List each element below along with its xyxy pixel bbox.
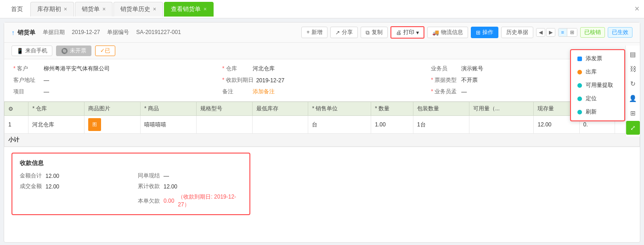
cumulative-label: 累计收款 [138,182,160,190]
add-note-button[interactable]: 添加备注 [253,88,275,96]
share-button[interactable]: ↗ 分享 [330,27,358,38]
staff-label: 业务员 [431,65,458,73]
tab-home[interactable]: 首页 [5,2,29,16]
sidebar-user-icon[interactable]: 👤 [626,91,640,105]
sidebar-link-icon[interactable]: ⛓ [626,62,640,76]
payment-date-value: 2019-12-27 [256,77,284,84]
sidebar-grid-icon[interactable]: ⊞ [626,106,640,120]
customer-value: 柳州粤港平安气体有限公司 [44,65,110,73]
col-quantity: * 数量 [371,102,413,116]
history-button[interactable]: 历史单据 [501,27,533,38]
amount-total-value: 12.00 [45,173,59,179]
note-field: 备注 添加备注 [222,88,422,96]
print-button[interactable]: 🖨 打印 ▾ [390,26,424,39]
row-min-stock [252,116,308,134]
confirm-button[interactable]: ✓已 [95,46,115,56]
from-phone-button[interactable]: 📱 来自手机 [11,46,52,56]
transaction-value: 12.00 [45,183,59,190]
refresh-icon [577,110,582,114]
subtotal-label: 小计 [5,134,640,147]
operate-button[interactable]: ⊞ 操作 [471,27,498,38]
address-label: 客户地址 [13,76,41,84]
customer-field: 客户 柳州粤港平安气体有限公司 [13,65,213,73]
cumulative-row: 累计收款 12.00 [138,182,242,190]
subtotal-row: 小计 [5,134,640,147]
list-view-button[interactable]: ≡ [559,28,567,36]
row-unit: 台 [308,116,371,134]
grid-view-button[interactable]: ⊞ [567,28,577,36]
new-button[interactable]: + 新增 [301,27,327,38]
window-close-button[interactable]: × [634,4,639,14]
row-warehouse: 河北仓库 [28,116,85,134]
warehouse-label: 仓库 [222,65,250,73]
add-invoice-icon [577,57,582,61]
close-tab-history[interactable]: × [153,6,156,12]
row-spec [196,116,252,134]
same-order-value: — [164,173,169,179]
col-min-stock: 最低库存 [252,102,308,116]
doc-type-icon: ↑ [11,29,15,36]
same-order-row: 同单现结 — [138,172,242,180]
prev-record-button[interactable]: ◀ [536,28,545,37]
due-row: 本单欠款 0.00 （收款到期日: 2019-12-27） [138,193,242,209]
payment-info-title: 收款信息 [20,159,242,167]
address-value: — [44,77,49,84]
tab-view-sales[interactable]: 查看销货单 × [164,2,214,17]
products-table: ⚙ * 仓库 商品图片 * 商品 规格型号 最低库存 * 销售单位 * 数量 包… [4,102,640,147]
table-row: 1 河北仓库 图 嘻嘻嘻嘻 台 1.00 1台 12.00 0. [5,116,640,134]
close-tab-view[interactable]: × [203,6,207,12]
col-warehouse: * 仓库 [28,102,85,116]
due-note: （收款到期日: 2019-12-27） [178,193,242,209]
close-tab-sales[interactable]: × [102,6,106,12]
ticket-type-label: 票据类型 [431,76,458,84]
payment-date-label: 收款到期日 [222,76,254,84]
dropdown-item-available-qty[interactable]: 可用量提取 [571,79,624,92]
staff2-label: 业务员孟 [431,88,458,96]
warehouse-value: 河北仓库 [253,65,275,73]
close-tab-inventory[interactable]: × [64,6,67,12]
logistics-button[interactable]: 🚚 物流信息 [427,27,468,38]
payment-date-field: 收款到期日 2019-12-27 [222,76,422,84]
transaction-label: 成交金额 [20,182,42,190]
due-label: 本单欠款 [138,197,160,205]
grid-icon: ⊞ [476,29,480,36]
tab-bar: 首页 库存期初 × 销货单 × 销货单历史 × 查看销货单 × × [0,0,644,18]
print-dropdown-arrow[interactable]: ▾ [416,29,419,36]
next-record-button[interactable]: ▶ [546,28,555,37]
dropdown-item-locate[interactable]: 定位 [571,92,624,105]
amount-total-label: 金额合计 [20,172,42,180]
sidebar-detail-icon[interactable]: ▤ [626,47,640,61]
not-open-button[interactable]: 🔘 未开票 [56,46,91,56]
col-available: 可用量（... [469,102,534,116]
product-image: 图 [88,118,101,131]
tab-sales-order[interactable]: 销货单 × [75,2,113,17]
sidebar-expand-icon[interactable]: ⤢ [626,121,640,135]
number-label: 单据编号 [107,29,129,35]
view-toggle: ≡ ⊞ [558,28,577,37]
col-product: * 商品 [141,102,197,116]
col-unit: * 销售单位 [308,102,371,116]
tab-inventory-init[interactable]: 库存期初 × [30,2,74,17]
row-product-img: 图 [85,116,141,134]
data-table-wrap: ⚙ * 仓库 商品图片 * 商品 规格型号 最低库存 * 销售单位 * 数量 包… [4,102,640,147]
dropdown-item-outbound[interactable]: 出库 [571,65,624,79]
col-settings[interactable]: ⚙ [5,102,28,116]
row-available [469,116,534,134]
available-qty-icon [577,83,582,88]
dropdown-item-add-invoice[interactable]: 添发票 [571,52,624,65]
payment-info-section: 收款信息 金额合计 12.00 同单现结 — 成交金额 12.00 累计收款 1… [11,153,250,215]
dropdown-item-refresh[interactable]: 刷新 [571,105,624,119]
address-field: 客户地址 — [13,76,213,84]
main-content-area: ↑ 销货单 单据日期 2019-12-27 单据编号 SA-20191227-0… [4,22,640,243]
doc-type-label: 销货单 [17,28,35,37]
ticket-icon: 🔘 [61,48,68,54]
document-header: ↑ 销货单 单据日期 2019-12-27 单据编号 SA-20191227-0… [4,23,640,43]
row-product: 嘻嘻嘻嘻 [141,116,197,134]
row-index: 1 [5,116,28,134]
copy-button[interactable]: ⧉ 复制 [361,27,388,38]
payment-grid: 金额合计 12.00 同单现结 — 成交金额 12.00 累计收款 12.00 … [20,172,242,209]
print-icon: 🖨 [396,29,401,36]
tab-sales-history[interactable]: 销货单历史 × [113,2,163,17]
staff-value: 演示账号 [461,65,483,73]
sidebar-rotate-icon[interactable]: ↻ [626,77,640,91]
